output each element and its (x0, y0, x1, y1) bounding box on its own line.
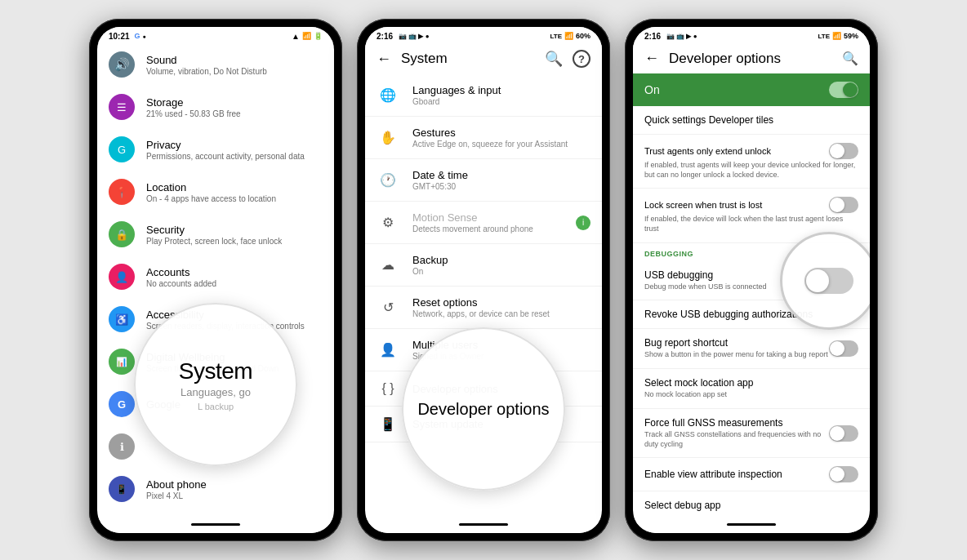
dev-item-gnss[interactable]: Force full GNSS measurements Track all G… (633, 409, 870, 458)
search-btn-3[interactable]: 🔍 (842, 51, 858, 66)
settings-item-accounts[interactable]: 👤 Accounts No accounts added (97, 256, 334, 298)
nav-indicator-2 (459, 523, 508, 526)
nav-indicator-1 (191, 523, 240, 526)
status-right-2: LTE 📶 60% (550, 32, 590, 40)
dev-item-quick[interactable]: Quick settings Developer tiles (633, 106, 870, 135)
help-btn-2[interactable]: ? (573, 50, 590, 68)
accounts-sub: No accounts added (146, 279, 323, 288)
gestures-title: Gestures (412, 127, 590, 139)
usb-toggle[interactable] (804, 268, 853, 294)
icons-3: 📷 📺 ▶ ● (666, 33, 697, 40)
dev-item-select[interactable]: Select debug app (633, 491, 870, 515)
dev-item-mock[interactable]: Select mock location app No mock locatio… (633, 369, 870, 409)
gestures-text: Gestures Active Edge on, squeeze for you… (412, 127, 590, 149)
menu-backup[interactable]: ☁ Backup On (365, 244, 602, 287)
phone-2-magnify: Developer options (402, 327, 565, 491)
phone-3-content: Quick settings Developer tiles Trust age… (633, 106, 870, 515)
nav-indicator-3 (727, 523, 776, 526)
gnss-title: Force full GNSS measurements (644, 417, 829, 429)
languages-text: Languages & input Gboard (412, 84, 590, 106)
settings-item-storage[interactable]: ☰ Storage 21% used - 50.83 GB free (97, 86, 334, 128)
sound-sub: Volume, vibration, Do Not Disturb (146, 67, 323, 76)
settings-item-tips[interactable]: ? Tips & support Help articles, phone & … (97, 510, 334, 515)
gnss-toggle[interactable] (829, 425, 858, 442)
info-badge-motion: i (576, 216, 590, 230)
reset-sub: Network, apps, or device can be reset (412, 309, 590, 318)
languages-title: Languages & input (412, 84, 590, 96)
system-title: System (401, 51, 535, 67)
motion-icon: ⚙ (377, 215, 399, 230)
settings-item-privacy[interactable]: G Privacy Permissions, account activity,… (97, 128, 334, 171)
storage-sub: 21% used - 50.83 GB free (146, 109, 323, 118)
dev-on-label: On (644, 83, 660, 96)
dev-on-bar: On (633, 73, 870, 106)
globe-icon: 🌐 (377, 87, 399, 103)
wifi-icon-1: ▲ (292, 32, 300, 41)
phone-1: 10:21 G ● ▲ 📶 🔋 🔊 Sound Volume, vi (89, 19, 342, 541)
settings-text-sound: Sound Volume, vibration, Do Not Disturb (146, 54, 323, 76)
menu-datetime[interactable]: 🕐 Date & time GMT+05:30 (365, 159, 602, 202)
phone-2-content: 🌐 Languages & input Gboard ✋ Gestures Ac… (365, 74, 602, 515)
accounts-title: Accounts (146, 266, 323, 278)
usb-debug-container: USB debugging Debug mode when USB is con… (633, 261, 870, 301)
phone-1-nav (97, 515, 334, 533)
phone-3-screen: 2:16 📷 📺 ▶ ● LTE 📶 59% ← Developer optio… (633, 27, 870, 533)
bug-title: Bug report shortcut (644, 337, 829, 349)
view-title: Enable view attribute inspection (644, 469, 829, 480)
dev-item-trust[interactable]: Trust agents only extend unlock If enabl… (633, 135, 870, 189)
security-icon: 🔒 (109, 221, 135, 247)
magnify-main-1: System (179, 358, 252, 384)
sysupdate-icon: 📱 (377, 416, 399, 432)
status-left-3: 2:16 📷 📺 ▶ ● (644, 32, 697, 41)
battery-icon-1: 🔋 (314, 32, 323, 40)
developer-icon: { } (377, 381, 399, 396)
datetime-title: Date & time (412, 169, 590, 181)
phone-3: 2:16 📷 📺 ▶ ● LTE 📶 59% ← Developer optio… (625, 19, 878, 541)
location-icon: 📍 (109, 179, 135, 205)
view-toggle[interactable] (829, 466, 858, 482)
menu-reset[interactable]: ↺ Reset options Network, apps, or device… (365, 287, 602, 329)
multiuser-icon: 👤 (377, 342, 399, 358)
toggle-knob-on (843, 82, 858, 97)
settings-item-about[interactable]: 📱 About phone Pixel 4 XL (97, 468, 334, 510)
phone-2-top-bar: ← System 🔍 ? (365, 43, 602, 74)
settings-text-security: Security Play Protect, screen lock, face… (146, 224, 323, 246)
status-right-3: LTE 📶 59% (818, 32, 858, 40)
phone-2: 2:16 📷 📺 ▶ ● LTE 📶 60% ← System 🔍 ? 🌐 (357, 19, 610, 541)
phone-3-top-bar: ← Developer options 🔍 (633, 43, 870, 73)
settings-text-accounts: Accounts No accounts added (146, 266, 323, 288)
motion-sub: Detects movement around phone (412, 224, 563, 233)
settings-item-security[interactable]: 🔒 Security Play Protect, screen lock, fa… (97, 213, 334, 256)
time-2: 2:16 (377, 32, 393, 41)
dev-on-toggle[interactable] (829, 82, 858, 98)
trust-toggle[interactable] (829, 143, 858, 159)
datetime-sub: GMT+05:30 (412, 182, 590, 191)
back-btn-3[interactable]: ← (644, 50, 659, 67)
menu-gestures[interactable]: ✋ Gestures Active Edge on, squeeze for y… (365, 117, 602, 159)
trust-title: Trust agents only extend unlock (644, 146, 829, 156)
phone-2-nav (365, 515, 602, 533)
settings-item-sound[interactable]: 🔊 Sound Volume, vibration, Do Not Distur… (97, 43, 334, 86)
menu-motion[interactable]: ⚙ Motion Sense Detects movement around p… (365, 202, 602, 244)
reset-title: Reset options (412, 296, 590, 309)
dev-item-view[interactable]: Enable view attribute inspection (633, 458, 870, 491)
languages-sub: Gboard (412, 97, 590, 106)
settings-item-location[interactable]: 📍 Location On - 4 apps have access to lo… (97, 171, 334, 213)
back-btn-2[interactable]: ← (377, 51, 391, 68)
accounts-icon: 👤 (109, 264, 135, 290)
phone-2-screen: 2:16 📷 📺 ▶ ● LTE 📶 60% ← System 🔍 ? 🌐 (365, 27, 602, 533)
settings-text-about: About phone Pixel 4 XL (146, 478, 323, 500)
phone-1-status-bar: 10:21 G ● ▲ 📶 🔋 (97, 27, 334, 43)
search-btn-2[interactable]: 🔍 (545, 50, 563, 68)
location-sub: On - 4 apps have access to location (146, 194, 323, 203)
backup-title: Backup (412, 254, 590, 266)
datetime-text: Date & time GMT+05:30 (412, 169, 590, 191)
privacy-icon: G (109, 136, 135, 162)
bug-toggle[interactable] (829, 340, 858, 357)
settings-text-privacy: Privacy Permissions, account activity, p… (146, 139, 323, 161)
menu-languages[interactable]: 🌐 Languages & input Gboard (365, 74, 602, 117)
dev-item-bug[interactable]: Bug report shortcut Show a button in the… (633, 329, 870, 369)
g-logo-1: G (135, 32, 140, 40)
lte-3: LTE (818, 33, 830, 40)
lock-toggle[interactable] (829, 197, 858, 213)
